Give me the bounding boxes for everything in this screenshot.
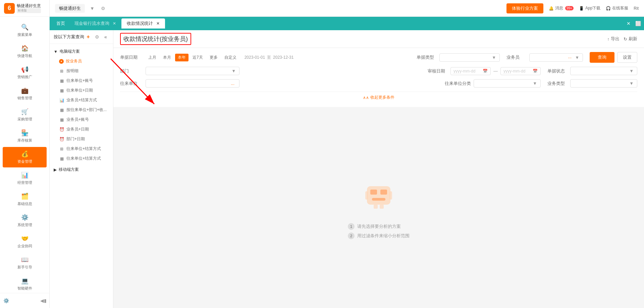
finance-icon: 💰 — [21, 150, 29, 158]
trial-button[interactable]: 体验行业方案 — [506, 3, 543, 13]
partner-category-select[interactable]: ▼ — [474, 79, 541, 88]
voucher-status-select[interactable]: ▼ — [570, 67, 637, 75]
page-header: 收款情况统计(按业务员) ↑ 导出 ↻ 刷新 — [113, 30, 644, 48]
partner-select[interactable]: ... — [146, 79, 239, 88]
tree-item-dept-date[interactable]: ⏰ 部门+日期 — [50, 134, 113, 144]
salesperson-select[interactable]: ··· ▼ — [529, 53, 583, 62]
basic-icon: 🗂️ — [21, 193, 29, 200]
tab-collection-label: 收款情况统计 — [127, 20, 153, 27]
sidebar-item-sales[interactable]: 💼 销售管理 — [3, 84, 47, 104]
sidebar-bottom: ⚙️ ◀▮ — [0, 293, 49, 308]
panel-collapse-icon[interactable]: « — [102, 34, 109, 40]
tab-close-window-icon[interactable]: ✕ — [625, 20, 632, 27]
sidebar-item-inventory[interactable]: 🏪 库存核算 — [3, 126, 47, 146]
sidebar-item-hardware[interactable]: 💻 智能硬件 — [3, 274, 47, 293]
empty-robot-svg — [359, 176, 399, 210]
export-button[interactable]: ↑ 导出 — [607, 36, 620, 42]
tree-item-salesperson-settlement[interactable]: 📊 业务员+结算方式 — [50, 95, 113, 105]
marketing-icon: 📢 — [21, 66, 29, 73]
date-tab-prev-month[interactable]: 上月 — [146, 54, 159, 61]
refresh-button[interactable]: ↻ 刷新 — [624, 36, 637, 42]
tree-item-dept-date-label: 部门+日期 — [66, 136, 85, 142]
company-dropdown-icon[interactable]: ▼ — [89, 5, 96, 12]
date-tab-more[interactable]: 更多 — [207, 54, 220, 61]
sidebar-settings-icon[interactable]: ⚙️ — [3, 297, 9, 304]
tree-item-partner-settlement1[interactable]: ⊞ 往来单位+结算方式 — [50, 144, 113, 154]
tree-item-by-partner-dept-label: 按往来单位+部门+收... — [66, 107, 107, 113]
settings-button[interactable]: 设置 — [617, 52, 637, 63]
tab-maximize-icon[interactable]: ⬜ — [635, 20, 641, 27]
online-service-action[interactable]: 🎧 在线客服 — [606, 5, 628, 11]
tab-bank-close[interactable]: ✕ — [113, 21, 116, 26]
date-tabs: 上月 本月 本年 近7天 更多 自定义 — [146, 54, 239, 61]
tree-item-partner-account[interactable]: ▦ 往来单位+账号 — [50, 76, 113, 86]
tab-collection-close[interactable]: ✕ — [156, 21, 160, 26]
filter-row-2: 部门 ▼ 审核日期 yyyy-mm-dd 📅 — — [120, 67, 637, 75]
business-type-select[interactable]: ▼ — [570, 79, 637, 88]
empty-illustration — [359, 176, 399, 216]
service-icon: 🎧 — [606, 6, 611, 11]
tree-item-salesperson-settlement-label: 业务员+结算方式 — [66, 97, 97, 103]
date-tab-last7days[interactable]: 近7天 — [190, 54, 206, 61]
tab-home[interactable]: 首页 — [52, 18, 69, 29]
review-date-end[interactable]: yyyy-mm-dd 📅 — [500, 67, 541, 75]
query-button[interactable]: 查询 — [590, 52, 614, 63]
left-panel-header: 按以下方案查询 + ⚙ « — [50, 30, 113, 44]
sidebar-item-business[interactable]: 📊 经营管理 — [3, 168, 47, 189]
export-icon: ↑ — [607, 37, 610, 42]
sidebar-item-purchase[interactable]: 🛒 采购管理 — [3, 105, 47, 125]
sidebar-item-enterprise[interactable]: 🤝 企业协同 — [3, 232, 47, 252]
logo-name: 畅捷通好生意 — [17, 3, 41, 8]
sidebar-item-shortcut[interactable]: 🏠 快捷导航 — [3, 41, 47, 62]
scheme-settings-icon[interactable]: ⚙ — [94, 34, 100, 40]
main-area: 畅捷通好生 ▼ ⚙ 体验行业方案 🔔 消息 99+ 📱 App下载 🎧 在线客服… — [50, 0, 644, 308]
tree-group-mobile-header[interactable]: ▶ 移动端方案 — [50, 165, 113, 174]
notification-action[interactable]: 🔔 消息 99+ — [549, 5, 574, 11]
date-tab-this-year[interactable]: 本年 — [175, 54, 189, 61]
sidebar-item-marketing[interactable]: 📢 营销推广 — [3, 62, 47, 83]
tab-collection[interactable]: 收款情况统计 ✕ — [121, 18, 165, 29]
tab-bank[interactable]: 现金银行流水查询 ✕ — [69, 18, 121, 29]
partner-more-btn[interactable]: ... — [231, 81, 234, 86]
detail-icon: ⊞ — [59, 68, 64, 74]
sidebar-item-search[interactable]: 🔍 搜索菜单 — [3, 20, 47, 41]
review-date-label: 审核日期 — [428, 68, 448, 74]
tree-item-salesperson-account[interactable]: ▦ 业务员+账号 — [50, 115, 113, 124]
tree-item-by-salesperson[interactable]: ● 按业务员 — [50, 56, 113, 66]
voucher-type-select[interactable]: ▼ — [439, 53, 500, 62]
sidebar-item-basic[interactable]: 🗂️ 基础信息 — [3, 189, 47, 210]
page-title: 收款情况统计(按业务员) — [120, 33, 191, 45]
dept-select[interactable]: ▼ — [146, 67, 239, 75]
tree-item-salesperson-date[interactable]: ⏰ 业务员+日期 — [50, 124, 113, 134]
sidebar-collapse-icon[interactable]: ◀▮ — [40, 297, 47, 304]
notification-icon: 🔔 — [549, 6, 554, 11]
right-content: 收款情况统计(按业务员) ↑ 导出 ↻ 刷新 单据日期 — [113, 30, 644, 308]
sidebar-item-system[interactable]: ⚙️ 系统管理 — [3, 210, 47, 231]
tree-item-salesperson-date-label: 业务员+日期 — [66, 126, 89, 132]
date-tab-this-month[interactable]: 本月 — [160, 54, 174, 61]
tree-item-partner-date[interactable]: ▦ 往来单位+日期 — [50, 86, 113, 95]
add-scheme-icon[interactable]: + — [85, 34, 92, 40]
app-download-action[interactable]: 📱 App下载 — [579, 5, 600, 11]
topbar-right: 体验行业方案 🔔 消息 99+ 📱 App下载 🎧 在线客服 Rit — [506, 3, 639, 13]
date-tab-custom[interactable]: 自定义 — [222, 54, 239, 61]
user-avatar[interactable]: Rit — [634, 6, 639, 11]
tabbar: 首页 现金银行流水查询 ✕ 收款情况统计 ✕ ✕ ⬜ — [50, 17, 644, 30]
tree-group-desktop-header[interactable]: ▼ 电脑端方案 — [50, 47, 113, 56]
sidebar-label-sales: 销售管理 — [17, 96, 32, 101]
review-date-start[interactable]: yyyy-mm-dd 📅 — [450, 67, 491, 75]
tree-item-partner-settlement2[interactable]: ▦ 往来单位+结算方式 — [50, 154, 113, 163]
svg-rect-4 — [365, 191, 368, 200]
sidebar-item-guide[interactable]: 📖 新手引导 — [3, 253, 47, 273]
tab-home-label: 首页 — [56, 21, 65, 26]
tree-item-by-detail[interactable]: ⊞ 按明细 — [50, 66, 113, 76]
topbar-settings-icon[interactable]: ⚙ — [100, 5, 106, 12]
review-date-start-placeholder: yyyy-mm-dd — [453, 69, 475, 73]
sidebar-item-finance[interactable]: 💰 资金管理 — [3, 147, 47, 167]
partner-category-arrow: ▼ — [533, 81, 537, 86]
tree-item-by-partner-dept[interactable]: ▦ 按往来单位+部门+收... — [50, 105, 113, 115]
guide-icon: 📖 — [21, 256, 29, 263]
collapse-bar[interactable]: ∧∧ 收起更多条件 — [120, 92, 637, 103]
hardware-icon: 💻 — [21, 277, 29, 285]
topbar-left: 畅捷通好生 ▼ ⚙ — [55, 4, 106, 13]
